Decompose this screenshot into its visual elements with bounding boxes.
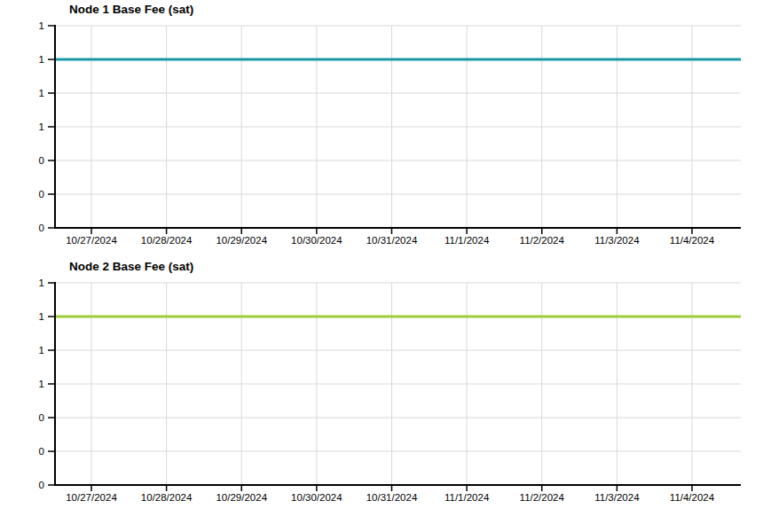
x-tick-label: 11/1/2024 [444, 492, 490, 503]
y-tick-label: 0 [39, 446, 44, 457]
x-tick-label: 10/31/2024 [366, 492, 418, 503]
x-tick-label: 10/30/2024 [291, 235, 342, 246]
chart-node1-base-fee: Node 1 Base Fee (sat) 000111110/27/20241… [0, 0, 763, 257]
y-tick-label: 1 [39, 20, 44, 31]
x-tick-label: 11/2/2024 [520, 492, 565, 503]
x-tick-label: 11/3/2024 [594, 492, 640, 503]
chart-plot-node1: 000111110/27/202410/28/202410/29/202410/… [0, 0, 763, 257]
y-tick-label: 0 [39, 155, 44, 166]
x-tick-label: 11/1/2024 [444, 235, 490, 246]
x-tick-label: 11/2/2024 [520, 235, 565, 246]
y-tick-label: 0 [39, 480, 44, 490]
x-tick-label: 11/3/2024 [594, 235, 640, 246]
x-tick-label: 10/30/2024 [291, 492, 342, 503]
y-tick-label: 0 [39, 223, 44, 233]
x-tick-label: 10/28/2024 [141, 235, 193, 246]
x-tick-label: 10/27/2024 [66, 235, 117, 246]
x-tick-label: 11/4/2024 [670, 492, 715, 503]
y-tick-label: 1 [39, 379, 44, 389]
y-tick-label: 1 [39, 54, 44, 65]
x-tick-label: 10/28/2024 [141, 492, 193, 503]
x-tick-label: 10/29/2024 [216, 235, 267, 246]
y-tick-label: 0 [39, 412, 44, 423]
y-tick-label: 1 [39, 311, 44, 322]
y-tick-label: 1 [39, 88, 44, 98]
y-tick-label: 1 [39, 345, 44, 356]
x-tick-label: 11/4/2024 [670, 235, 715, 246]
x-tick-label: 10/31/2024 [366, 235, 418, 246]
y-tick-label: 0 [39, 189, 44, 200]
x-tick-label: 10/29/2024 [216, 492, 267, 503]
y-tick-label: 1 [39, 121, 44, 132]
charts-page: Node 1 Base Fee (sat) 000111110/27/20241… [0, 0, 763, 514]
y-tick-label: 1 [39, 278, 44, 288]
x-tick-label: 10/27/2024 [66, 492, 117, 503]
chart-node2-base-fee: Node 2 Base Fee (sat) 000111110/27/20241… [0, 257, 763, 514]
chart-plot-node2: 000111110/27/202410/28/202410/29/202410/… [0, 257, 763, 514]
